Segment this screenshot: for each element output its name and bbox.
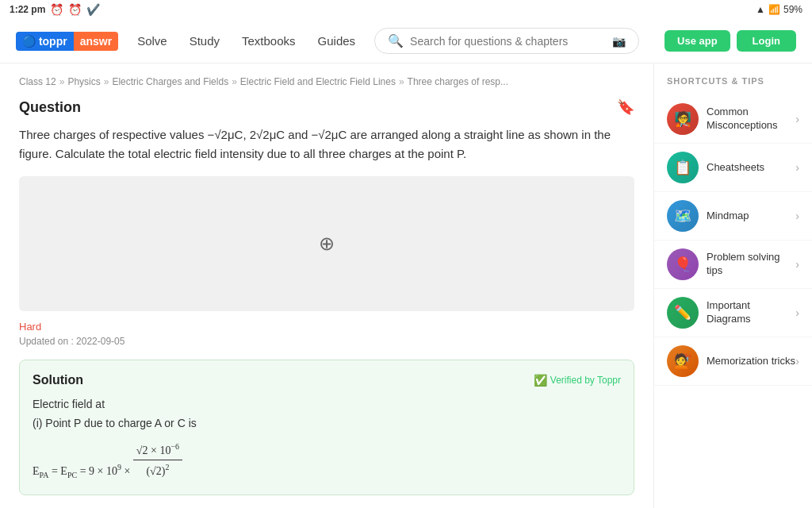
solution-card: Solution ✅ Verified by Toppr Electric fi… bbox=[19, 360, 634, 495]
solution-header: Solution ✅ Verified by Toppr bbox=[33, 373, 621, 387]
shortcut-left: 🗺️ Mindmap bbox=[667, 200, 749, 232]
question-text: Three charges of respective values −√2μC… bbox=[19, 125, 634, 164]
signal-icon: ▲ bbox=[756, 4, 765, 15]
cheatsheets-label: Cheatsheets bbox=[707, 161, 764, 175]
difficulty-badge: Hard bbox=[19, 321, 634, 333]
nav-links: Solve Study Textbooks Guides bbox=[137, 34, 355, 48]
updated-date: Updated on : 2022-09-05 bbox=[19, 336, 634, 347]
camera-icon[interactable]: 📷 bbox=[612, 35, 626, 48]
nav-solve[interactable]: Solve bbox=[137, 34, 167, 48]
logo[interactable]: 🔵 toppr answr bbox=[16, 32, 118, 51]
expand-icon[interactable]: ⊕ bbox=[319, 233, 335, 255]
header: 🔵 toppr answr Solve Study Textbooks Guid… bbox=[0, 19, 812, 64]
breadcrumb-electric-field[interactable]: Electric Field and Electric Field Lines bbox=[240, 76, 396, 87]
sep-3: » bbox=[232, 76, 237, 87]
battery-display: 59% bbox=[783, 4, 802, 15]
problem-solving-avatar: 🎈 bbox=[667, 248, 699, 280]
chevron-right-icon: › bbox=[795, 306, 799, 319]
problem-solving-label: Problem solving tips bbox=[707, 251, 795, 278]
shortcut-important-diagrams[interactable]: ✏️ Important Diagrams › bbox=[654, 289, 812, 337]
logo-toppr[interactable]: 🔵 toppr bbox=[16, 32, 74, 51]
nav-textbooks[interactable]: Textbooks bbox=[242, 34, 296, 48]
header-actions: Use app Login bbox=[665, 30, 796, 52]
sep-1: » bbox=[59, 76, 65, 87]
status-bar: 1:22 pm ⏰ ⏰ ✔️ ▲ 📶 59% bbox=[0, 0, 812, 19]
shortcut-common-misconceptions[interactable]: 🧑‍🏫 Common Misconceptions › bbox=[654, 95, 812, 144]
memorization-avatar: 💇 bbox=[667, 345, 699, 377]
shortcut-left: 🧑‍🏫 Common Misconceptions bbox=[667, 103, 795, 135]
verified-text: Verified by Toppr bbox=[550, 375, 621, 386]
use-app-button[interactable]: Use app bbox=[665, 30, 730, 52]
solution-math: EPA = EPC = 9 × 109 × √2 × 10−6 (√2)2 bbox=[33, 440, 621, 482]
check-icon: ✔️ bbox=[86, 3, 100, 16]
verified-icon: ✅ bbox=[534, 374, 547, 387]
solution-text: Electric field at (i) Point P due to cha… bbox=[33, 395, 621, 482]
toppr-icon: 🔵 bbox=[22, 35, 36, 48]
main-container: Class 12 » Physics » Electric Charges an… bbox=[0, 64, 812, 508]
sep-4: » bbox=[399, 76, 404, 87]
shortcut-cheatsheets[interactable]: 📋 Cheatsheets › bbox=[654, 144, 812, 192]
wifi-icon: 📶 bbox=[768, 4, 780, 15]
diagrams-label: Important Diagrams bbox=[707, 299, 795, 326]
sep-2: » bbox=[104, 76, 109, 87]
breadcrumb-electric-charges[interactable]: Electric Charges and Fields bbox=[112, 76, 228, 87]
mindmap-avatar: 🗺️ bbox=[667, 200, 699, 232]
shortcut-left: ✏️ Important Diagrams bbox=[667, 297, 795, 329]
breadcrumb: Class 12 » Physics » Electric Charges an… bbox=[19, 76, 634, 87]
chevron-right-icon: › bbox=[795, 258, 799, 271]
tiktok-icon: ⏰ bbox=[50, 3, 63, 16]
solution-title: Solution bbox=[33, 373, 83, 387]
sidebar-title: SHORTCUTS & TIPS bbox=[654, 76, 812, 95]
shortcut-left: 🎈 Problem solving tips bbox=[667, 248, 795, 280]
status-right: ▲ 📶 59% bbox=[756, 4, 802, 15]
search-bar[interactable]: 🔍 📷 bbox=[374, 28, 639, 54]
tiktok-icon-2: ⏰ bbox=[68, 3, 82, 16]
nav-study[interactable]: Study bbox=[190, 34, 220, 48]
shortcut-left: 📋 Cheatsheets bbox=[667, 152, 764, 183]
breadcrumb-current: Three charges of resp... bbox=[408, 76, 508, 87]
nav-guides[interactable]: Guides bbox=[318, 34, 356, 48]
content-area: Class 12 » Physics » Electric Charges an… bbox=[0, 64, 653, 508]
status-time: 1:22 pm ⏰ ⏰ ✔️ bbox=[10, 3, 100, 16]
login-button[interactable]: Login bbox=[737, 30, 796, 52]
bookmark-icon[interactable]: 🔖 bbox=[617, 98, 634, 116]
solution-line-1: Electric field at bbox=[33, 395, 621, 414]
memorization-label: Memorization tricks bbox=[707, 355, 795, 368]
question-header: Question 🔖 bbox=[19, 98, 634, 116]
sidebar: SHORTCUTS & TIPS 🧑‍🏫 Common Misconceptio… bbox=[653, 64, 812, 508]
chevron-right-icon: › bbox=[795, 355, 799, 368]
verified-badge: ✅ Verified by Toppr bbox=[534, 374, 621, 387]
search-icon: 🔍 bbox=[388, 33, 404, 48]
toppr-text: toppr bbox=[39, 35, 67, 48]
shortcut-mindmap[interactable]: 🗺️ Mindmap › bbox=[654, 192, 812, 241]
chevron-right-icon: › bbox=[795, 113, 799, 125]
diagrams-avatar: ✏️ bbox=[667, 297, 699, 329]
chevron-right-icon: › bbox=[795, 210, 799, 222]
breadcrumb-class12[interactable]: Class 12 bbox=[19, 76, 56, 87]
search-input[interactable] bbox=[410, 35, 606, 48]
shortcut-memorization-tricks[interactable]: 💇 Memorization tricks › bbox=[654, 337, 812, 386]
question-image: ⊕ bbox=[19, 176, 634, 311]
shortcut-problem-solving[interactable]: 🎈 Problem solving tips › bbox=[654, 241, 812, 289]
shortcut-left: 💇 Memorization tricks bbox=[667, 345, 795, 377]
misconceptions-label: Common Misconceptions bbox=[707, 106, 795, 133]
cheatsheets-avatar: 📋 bbox=[667, 152, 699, 183]
answr-text: answr bbox=[74, 32, 118, 51]
time-display: 1:22 pm bbox=[10, 4, 45, 15]
breadcrumb-physics[interactable]: Physics bbox=[67, 76, 100, 87]
misconceptions-avatar: 🧑‍🏫 bbox=[667, 103, 699, 135]
solution-line-2: (i) Point P due to charge A or C is bbox=[33, 414, 621, 433]
mindmap-label: Mindmap bbox=[707, 210, 749, 223]
question-card: Question 🔖 Three charges of respective v… bbox=[19, 98, 634, 347]
chevron-right-icon: › bbox=[795, 161, 799, 174]
question-title: Question bbox=[19, 99, 81, 116]
